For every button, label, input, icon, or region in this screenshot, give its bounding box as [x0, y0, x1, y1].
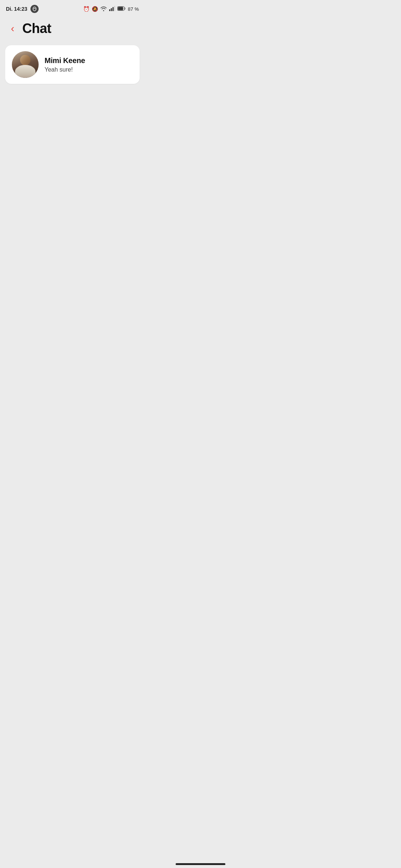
battery-icon — [117, 6, 125, 12]
chat-info: Mimi Keene Yeah sure! — [45, 56, 85, 73]
page-header: ‹ Chat — [0, 16, 145, 42]
back-chevron-icon: ‹ — [11, 23, 14, 34]
status-left: Di. 14:23 — [6, 5, 39, 13]
svg-rect-0 — [109, 9, 110, 11]
page-title: Chat — [22, 21, 51, 36]
contact-name: Mimi Keene — [45, 56, 85, 65]
chat-list: Mimi Keene Yeah sure! — [0, 42, 145, 87]
avatar-image — [12, 51, 39, 78]
muted-bell-icon: 🔕 — [92, 6, 98, 12]
signal-icon — [109, 6, 115, 12]
back-button[interactable]: ‹ — [6, 22, 19, 35]
avatar — [12, 51, 39, 78]
chat-list-item[interactable]: Mimi Keene Yeah sure! — [5, 45, 140, 84]
last-message: Yeah sure! — [45, 66, 85, 73]
svg-rect-3 — [114, 6, 115, 11]
battery-percentage: 87 % — [128, 6, 139, 12]
status-time: Di. 14:23 — [6, 6, 27, 12]
svg-rect-2 — [113, 7, 114, 11]
svg-rect-1 — [111, 8, 112, 11]
status-right: ⏰ 🔕 87 % — [83, 6, 139, 12]
arc-browser-icon — [30, 5, 39, 13]
wifi-icon — [100, 6, 107, 12]
status-bar: Di. 14:23 ⏰ 🔕 — [0, 0, 145, 16]
alarm-icon: ⏰ — [83, 6, 89, 12]
svg-rect-5 — [118, 7, 123, 10]
